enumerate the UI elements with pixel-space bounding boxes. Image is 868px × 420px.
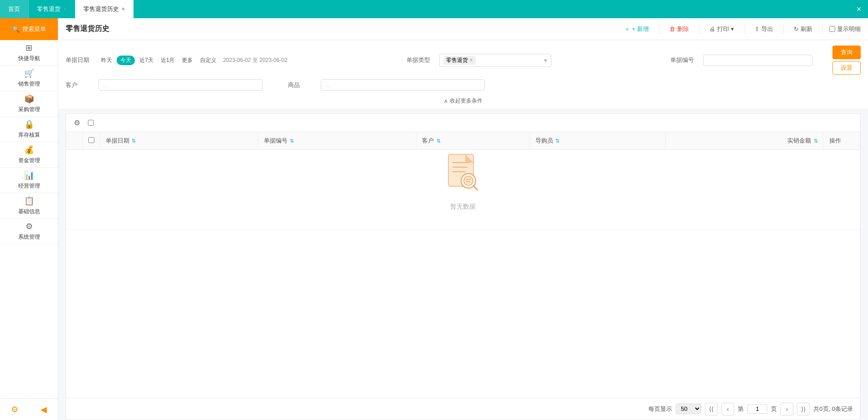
settings-icon: ⚙	[74, 118, 80, 127]
tab-home[interactable]: 首页	[0, 0, 29, 18]
tab-retail-return[interactable]: 零售退货 ×	[29, 0, 75, 18]
page-label: 第	[738, 405, 744, 413]
print-button-label: 打印	[717, 25, 729, 33]
date-shortcut-yesterday[interactable]: 昨天	[98, 56, 115, 65]
sort-amount-icon: ⇅	[814, 138, 818, 143]
type-filter-label: 单据类型	[406, 56, 432, 64]
th-amount[interactable]: 实销金额 ⇅	[665, 132, 823, 150]
type-filter-select[interactable]: 零售退货 × ▾	[439, 54, 552, 67]
svg-line-6	[473, 186, 478, 190]
table-area: ⚙ 单据日期 ⇅	[58, 110, 868, 420]
show-detail-checkbox-input[interactable]	[829, 26, 835, 32]
tab-retail-return-history[interactable]: 零售退货历史 ×	[75, 0, 134, 18]
next-page-button[interactable]: ›	[781, 403, 793, 415]
print-button[interactable]: 🖨 打印 ▾	[706, 23, 738, 35]
table-toolbar: ⚙	[66, 113, 861, 132]
refresh-button[interactable]: ↻ 刷新	[790, 23, 816, 35]
sidebar-item-purchase-mgmt[interactable]: 📦 采购管理	[0, 91, 58, 117]
sidebar-search-label: 搜索菜单	[22, 25, 46, 33]
th-checkbox	[82, 132, 100, 150]
inventory-icon: 🔒	[24, 119, 34, 129]
last-page-button[interactable]: ⟩⟩	[797, 403, 810, 415]
sort-guide-icon: ⇅	[555, 138, 560, 143]
collapse-label: 收起更多条件	[450, 97, 483, 105]
customer-filter-select[interactable]: ...	[98, 79, 262, 91]
date-shortcut-today[interactable]: 今天	[117, 56, 135, 65]
divider-4	[783, 25, 784, 33]
per-page-label: 每页显示	[648, 405, 672, 413]
date-shortcut-1month[interactable]: 近1月	[158, 56, 178, 65]
sidebar-item-quick-nav[interactable]: ⊞ 快捷导航	[0, 40, 58, 66]
refresh-button-label: 刷新	[801, 25, 812, 33]
sidebar-item-operations-label: 经营管理	[18, 182, 40, 190]
prev-page-button[interactable]: ‹	[721, 403, 734, 415]
page-input[interactable]	[747, 404, 767, 414]
date-shortcut-custom[interactable]: 自定义	[197, 56, 219, 65]
table-settings-button[interactable]: ⚙	[70, 116, 84, 130]
date-shortcut-7days[interactable]: 近7天	[137, 56, 156, 65]
goods-filter-select[interactable]: ...	[321, 79, 485, 91]
sort-orderno-icon: ⇅	[290, 138, 294, 143]
per-page-select[interactable]: 50 10 20 100	[676, 404, 701, 414]
goods-filter-label: 商品	[288, 81, 313, 89]
sidebar-settings-button[interactable]: ⚙	[11, 405, 18, 415]
chevron-down-icon: ▾	[544, 57, 547, 64]
show-detail-toggle[interactable]: 显示明细	[829, 25, 861, 33]
th-order-no[interactable]: 单据编号 ⇅	[258, 132, 416, 150]
page-title: 零售退货历史	[66, 24, 621, 34]
sales-icon: 🛒	[24, 68, 34, 78]
sidebar-item-sales-mgmt[interactable]: 🛒 销售管理	[0, 66, 58, 91]
pagination-bar: 每页显示 50 10 20 100 ⟨⟨ ‹ 第 页 › ⟩⟩ 共0页, 0条记…	[66, 398, 861, 420]
th-guide[interactable]: 导购员 ⇅	[529, 132, 665, 150]
sidebar-item-sales-label: 销售管理	[18, 80, 40, 88]
query-button[interactable]: 查询	[832, 46, 861, 59]
divider-5	[822, 25, 823, 33]
sidebar-toggle-button[interactable]: ◀	[41, 405, 47, 415]
sidebar: 🔍 搜索菜单 ⊞ 快捷导航 🛒 销售管理 📦 采购管理 🔒 库存核算 💰 资金管…	[0, 18, 58, 420]
th-customer[interactable]: 客户 ⇅	[416, 132, 530, 150]
divider-2	[699, 25, 699, 33]
close-all-tabs-button[interactable]: ×	[850, 0, 868, 18]
empty-text: 暂无数据	[450, 203, 476, 211]
finance-icon: 💰	[24, 145, 34, 155]
svg-point-5	[464, 176, 473, 185]
query-setting-group: 查询 设置	[832, 46, 861, 75]
show-detail-label: 显示明细	[837, 25, 861, 33]
empty-state: 暂无数据	[66, 150, 860, 229]
collapse-bar[interactable]: ∧ 收起更多条件	[66, 95, 861, 106]
filter-row-1: 单据日期 昨天 今天 近7天 近1月 更多 自定义 2023-06-02 至 2…	[66, 46, 861, 75]
first-page-button[interactable]: ⟨⟨	[705, 403, 718, 415]
basic-info-icon: 📋	[24, 196, 34, 206]
system-mgmt-icon: ⚙	[26, 221, 33, 231]
retail-return-history-tab-close[interactable]: ×	[122, 6, 125, 12]
date-range-display: 2023-06-02 至 2023-06-02	[223, 56, 287, 64]
type-tag: 零售退货 ×	[443, 56, 476, 65]
date-shortcut-more[interactable]: 更多	[179, 56, 195, 65]
th-action: 操作	[824, 132, 860, 150]
sidebar-item-basic-info[interactable]: 📋 基础信息	[0, 193, 58, 219]
select-all-checkbox[interactable]	[88, 120, 94, 126]
sidebar-item-inventory[interactable]: 🔒 库存核算	[0, 117, 58, 142]
delete-button[interactable]: 🗑 删除	[666, 23, 693, 35]
setting-button[interactable]: 设置	[832, 61, 861, 75]
print-dropdown-icon: ▾	[731, 26, 734, 32]
sidebar-item-finance[interactable]: 💰 资金管理	[0, 142, 58, 168]
date-shortcuts: 昨天 今天 近7天 近1月 更多 自定义 2023-06-02 至 2023-0…	[98, 56, 288, 65]
retail-return-tab-close[interactable]: ×	[63, 6, 67, 12]
header-checkbox[interactable]	[88, 137, 94, 143]
main-layout: 🔍 搜索菜单 ⊞ 快捷导航 🛒 销售管理 📦 采购管理 🔒 库存核算 💰 资金管…	[0, 18, 868, 420]
sidebar-search-button[interactable]: 🔍 搜索菜单	[0, 18, 58, 40]
sidebar-item-purchase-label: 采购管理	[18, 106, 40, 113]
th-date[interactable]: 单据日期 ⇅	[100, 132, 258, 150]
new-button[interactable]: ＋ + 新增	[621, 23, 652, 35]
empty-state-icon	[440, 150, 486, 195]
type-tag-remove[interactable]: ×	[470, 57, 473, 63]
date-filter-label: 单据日期	[66, 56, 91, 64]
refresh-icon: ↻	[794, 26, 799, 32]
export-button[interactable]: ⇧ 导出	[751, 23, 777, 35]
total-label: 共0页, 0条记录	[813, 405, 853, 413]
sidebar-item-system-mgmt[interactable]: ⚙ 系统管理	[0, 219, 58, 244]
sidebar-item-operations[interactable]: 📊 经营管理	[0, 168, 58, 193]
order-no-input[interactable]	[703, 55, 812, 66]
new-button-label: + 新增	[632, 25, 649, 33]
